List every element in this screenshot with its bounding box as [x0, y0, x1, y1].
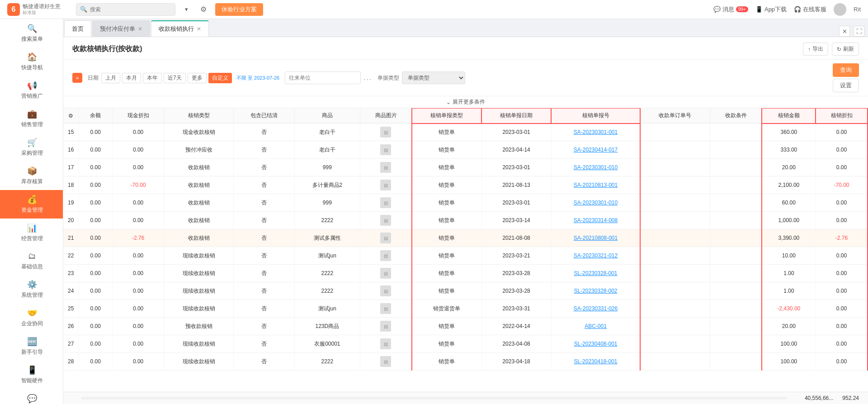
sidebar-item-enterprise[interactable]: 🤝 企业协同 — [0, 304, 63, 332]
sidebar-item-inventory[interactable]: 📦 库存核算 — [0, 162, 63, 190]
cell-product-img: ▤ — [360, 141, 412, 159]
bill-report-link[interactable]: SA-20230314-008 — [574, 217, 618, 223]
partner-dots[interactable]: ... — [363, 74, 372, 82]
sidebar-item-finance[interactable]: 💰 资金管理 — [0, 190, 63, 219]
cell-include-settled: 否 — [234, 282, 294, 300]
tab-prepay[interactable]: 预付冲应付单 ✕ — [92, 20, 150, 37]
bill-report-link[interactable]: SL-20230328-001 — [574, 270, 617, 276]
bill-report-link[interactable]: SL-20230328-002 — [574, 288, 617, 294]
bill-report-link[interactable]: SL-20230418-001 — [574, 358, 617, 365]
cell-no: 15 — [63, 124, 79, 141]
date-btn-custom[interactable]: 自定义 — [208, 73, 232, 83]
sidebar-item-search[interactable]: 🔍 搜索菜单 — [0, 19, 63, 48]
table-row: 23 0.00 0.00 现续收款核销 否 2222 ▤ 销货单 2023-03… — [63, 265, 868, 282]
bill-report-link[interactable]: SA-20230301-010 — [574, 200, 618, 206]
sidebar-item-purchase[interactable]: 🛒 采购管理 — [0, 133, 63, 162]
cell-receipt-order-no — [640, 194, 710, 212]
partner-input[interactable] — [285, 71, 361, 84]
date-btn-more[interactable]: 更多 — [188, 73, 207, 83]
cell-receipt-condition — [710, 335, 761, 353]
cell-receipt-condition — [710, 318, 761, 335]
bill-report-link[interactable]: ABC-001 — [585, 323, 607, 329]
search-input[interactable] — [90, 6, 171, 13]
cell-write-off-amount: -2,430.00 — [762, 300, 816, 318]
table-wrapper[interactable]: ⚙ 余额 现金折扣 核销类型 包含已结清 商品 商品图片 核销单报类型 核销单报… — [63, 108, 868, 392]
dropdown-btn[interactable]: ▾ — [181, 4, 192, 15]
sidebar-item-marketing[interactable]: 📢 营销推广 — [0, 76, 63, 105]
cell-bill-report-no[interactable]: SA-20230301-001 — [551, 124, 640, 141]
bill-type-select[interactable]: 单据类型 — [402, 71, 465, 84]
cell-bill-report-no[interactable]: SA-20230301-010 — [551, 194, 640, 212]
date-btn-this-month[interactable]: 本月 — [122, 73, 141, 83]
cell-bill-report-no[interactable]: SL-20230418-001 — [551, 353, 640, 371]
cell-bill-report-no[interactable]: SL-20230328-001 — [551, 265, 640, 282]
cell-bill-report-date: 2023-03-31 — [481, 300, 551, 318]
table-row: 22 0.00 0.00 现续收款核销 否 测试jun ▤ 销货单 2023-0… — [63, 247, 868, 265]
col-bill-report-date: 核销单报日期 — [481, 108, 551, 124]
col-settings[interactable]: ⚙ — [63, 108, 79, 124]
bill-report-link[interactable]: SA-20210813-001 — [574, 182, 618, 188]
bill-report-link[interactable]: SA-20230301-001 — [574, 129, 618, 135]
cell-write-off-discount: 0.00 — [816, 300, 868, 318]
date-btn-this-year[interactable]: 本年 — [143, 73, 162, 83]
bill-report-link[interactable]: SA-20230301-010 — [574, 164, 618, 171]
sidebar-item-shortcut[interactable]: 🏠 快捷导航 — [0, 48, 63, 76]
tab-home[interactable]: 首页 — [64, 20, 91, 37]
col-settings-icon: ⚙ — [68, 113, 73, 119]
gear-btn[interactable]: ⚙ — [197, 3, 210, 16]
cell-bill-report-no[interactable]: SA-20230314-008 — [551, 212, 640, 229]
table-row: 26 0.00 0.00 预收款核销 否 123D商品 ▤ 销货单 2022-0… — [63, 318, 868, 335]
app-download-btn[interactable]: 📱 App下载 — [755, 5, 787, 14]
cell-bill-report-no[interactable]: SA-20230331-026 — [551, 300, 640, 318]
export-btn[interactable]: ↑ 导出 — [803, 43, 828, 56]
cell-bill-report-no[interactable]: SL-20230408-001 — [551, 335, 640, 353]
tab-fullscreen-btn[interactable]: ⛶ — [854, 26, 864, 37]
tab-collection[interactable]: 收款核销执行 ✕ — [151, 20, 209, 37]
tab-prepay-close[interactable]: ✕ — [138, 26, 142, 32]
col-receipt-condition: 收款条件 — [710, 108, 761, 124]
sidebar-item-wechat[interactable]: 💬 企业微信 — [0, 389, 63, 404]
cell-receipt-condition — [710, 229, 761, 247]
date-btn-7days[interactable]: 近7天 — [164, 73, 186, 83]
sidebar-label-sales: 销售管理 — [21, 121, 43, 128]
sidebar-item-hardware[interactable]: 📱 智能硬件 — [0, 361, 63, 389]
cell-product-img: ▤ — [360, 159, 412, 176]
online-service-btn[interactable]: 🎧 在线客服 — [794, 5, 826, 14]
settings-btn[interactable]: 设置 — [833, 79, 859, 92]
cell-bill-report-no[interactable]: SA-20230321-012 — [551, 247, 640, 265]
sidebar-item-operations[interactable]: 📊 经营管理 — [0, 219, 63, 247]
tab-close-btn[interactable]: ✕ — [839, 26, 850, 37]
cell-bill-report-no[interactable]: SA-20210808-001 — [551, 229, 640, 247]
refresh-btn[interactable]: ↻ 刷新 — [832, 43, 859, 56]
bill-report-link[interactable]: SA-20230321-012 — [574, 252, 618, 259]
scrollbar[interactable] — [81, 397, 787, 399]
sidebar-item-guide[interactable]: 🆕 新手引导 — [0, 332, 63, 361]
expand-more-btn[interactable]: ⌄ 展开更多条件 — [446, 98, 485, 106]
refresh-icon: ↻ — [837, 46, 841, 52]
cell-bill-report-no[interactable]: ABC-001 — [551, 318, 640, 335]
tab-collection-close[interactable]: ✕ — [197, 26, 201, 32]
cell-bill-report-type: 销货单 — [412, 141, 481, 159]
query-btn[interactable]: 查询 — [833, 63, 859, 77]
bill-report-link[interactable]: SA-20230414-017 — [574, 147, 618, 153]
cell-receipt-order-no — [640, 176, 710, 194]
sidebar-item-system[interactable]: ⚙️ 系统管理 — [0, 275, 63, 304]
cell-bill-report-no[interactable]: SL-20230328-002 — [551, 282, 640, 300]
cell-write-off-discount: 0.00 — [816, 194, 868, 212]
cell-receipt-order-no — [640, 265, 710, 282]
industry-btn[interactable]: 休验行业方案 — [215, 3, 263, 16]
cell-bill-report-no[interactable]: SA-20210813-001 — [551, 176, 640, 194]
cell-receipt-condition — [710, 353, 761, 371]
sidebar-item-sales[interactable]: 💼 销售管理 — [0, 105, 63, 133]
filter-expand-btn[interactable]: » — [72, 73, 82, 83]
bill-report-link[interactable]: SL-20230408-001 — [574, 341, 617, 347]
sidebar-item-basic[interactable]: 🗂 基础信息 — [0, 247, 63, 275]
date-btn-last-month[interactable]: 上月 — [101, 73, 120, 83]
cell-bill-report-no[interactable]: SA-20230301-010 — [551, 159, 640, 176]
message-btn[interactable]: 💬 消息 99+ — [713, 5, 748, 14]
bill-report-link[interactable]: SA-20210808-001 — [574, 235, 618, 241]
table-row: 19 0.00 0.00 收款核销 否 999 ▤ 销货单 2023-03-01… — [63, 194, 868, 212]
search-bar[interactable]: 🔍 — [76, 3, 175, 16]
cell-bill-report-no[interactable]: SA-20230414-017 — [551, 141, 640, 159]
bill-report-link[interactable]: SA-20230331-026 — [574, 305, 618, 312]
